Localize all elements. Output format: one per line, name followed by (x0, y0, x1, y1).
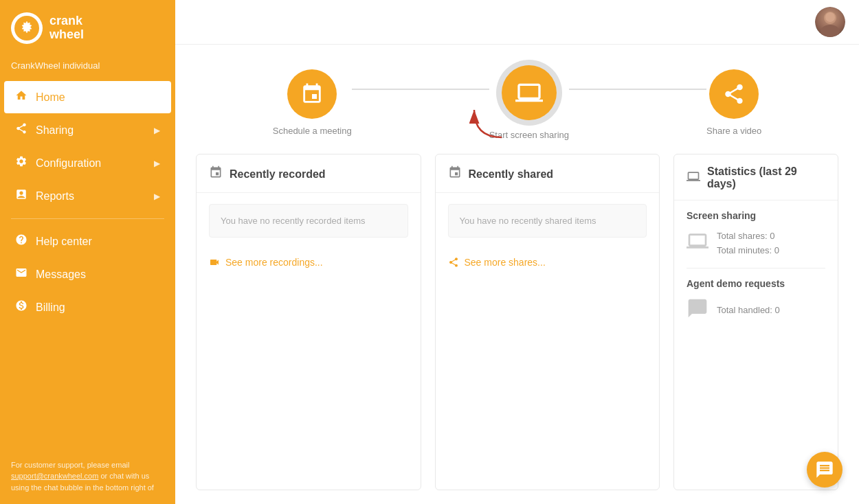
red-arrow (460, 103, 515, 144)
recently-recorded-card: Recently recorded You have no recently r… (196, 154, 421, 490)
svg-point-2 (821, 25, 840, 37)
step-connector-1 (352, 89, 489, 90)
sidebar-item-home[interactable]: Home (4, 81, 171, 113)
logo[interactable] (11, 12, 43, 44)
recently-recorded-header: Recently recorded (197, 154, 421, 193)
monitor-stats-icon (687, 170, 700, 183)
agent-demo-stats-row: Total handled: 0 (687, 297, 825, 324)
calendar-icon (300, 82, 324, 106)
main-content: Schedule a meeting Start screen sharing (175, 0, 859, 504)
monitor-svg (687, 230, 709, 252)
sharing-label: Sharing (36, 124, 146, 137)
recorded-empty-message: You have no recently recorded items (209, 204, 408, 238)
chat-button[interactable] (807, 452, 843, 488)
cards-area: Recently recorded You have no recently r… (175, 154, 859, 504)
messages-icon (15, 266, 27, 282)
agent-demo-section-title: Agent demo requests (687, 278, 825, 289)
recently-recorded-body: You have no recently recorded items (197, 193, 421, 249)
share-small-icon (448, 257, 459, 268)
billing-label: Billing (36, 301, 160, 314)
step-schedule-circle (287, 69, 337, 119)
steps-area: Schedule a meeting Start screen sharing (175, 45, 859, 154)
see-more-shares-link[interactable]: See more shares... (436, 249, 660, 276)
logo-icon (19, 20, 35, 36)
reports-icon (15, 188, 27, 204)
sidebar-item-help[interactable]: Help center (4, 225, 171, 257)
nav-divider (11, 218, 164, 219)
see-more-recordings-text: See more recordings... (225, 257, 323, 268)
topbar (175, 0, 859, 45)
home-label: Home (36, 91, 160, 104)
statistics-header: Statistics (last 29 days) (674, 154, 838, 201)
screen-sharing-values: Total shares: 0 Total minutes: 0 (717, 229, 779, 258)
footer-text: For customer support, please email (11, 461, 129, 469)
main-nav: Home Sharing ▶ Configuration ▶ Reports ▶ (0, 80, 175, 213)
total-shares-text: Total shares: 0 (717, 229, 779, 244)
user-avatar[interactable] (815, 7, 845, 37)
sidebar-item-messages[interactable]: Messages (4, 258, 171, 290)
step-screenshare[interactable]: Start screen sharing (489, 65, 569, 140)
help-label: Help center (36, 236, 160, 248)
sidebar-header: crank wheel (0, 0, 175, 56)
recently-recorded-title: Recently recorded (230, 168, 326, 181)
messages-label: Messages (36, 268, 160, 281)
billing-icon (15, 299, 27, 315)
reports-chevron: ▶ (154, 192, 160, 201)
see-more-shares-text: See more shares... (465, 257, 546, 268)
share-icon (722, 82, 746, 106)
total-handled-text: Total handled: 0 (717, 303, 780, 318)
statistics-card: Statistics (last 29 days) Screen sharing… (673, 154, 838, 490)
screen-sharing-section: Screen sharing Total shares: 0 Total min… (674, 201, 838, 268)
home-icon (15, 89, 27, 105)
sidebar-footer: For customer support, please email suppo… (0, 448, 175, 505)
avatar-image (815, 7, 845, 37)
agent-demo-values: Total handled: 0 (717, 303, 780, 318)
secondary-nav: Help center Messages Billing (0, 225, 175, 324)
recently-shared-card: Recently shared You have no recently sha… (435, 154, 660, 490)
recently-shared-body: You have no recently shared items (436, 193, 660, 249)
sidebar-item-billing[interactable]: Billing (4, 291, 171, 323)
config-icon (15, 155, 27, 171)
monitor-icon (515, 79, 543, 106)
step-share-video-label: Share a video (706, 126, 761, 136)
shared-header-icon (448, 165, 462, 183)
calendar-small-icon (209, 165, 223, 179)
stats-header-icon (687, 170, 700, 186)
screen-sharing-stats-row: Total shares: 0 Total minutes: 0 (687, 229, 825, 258)
step-connector-2 (569, 89, 706, 90)
video-icon (209, 257, 220, 268)
statistics-title: Statistics (last 29 days) (707, 165, 825, 190)
help-icon (15, 233, 27, 249)
sidebar-item-reports[interactable]: Reports ▶ (4, 180, 171, 212)
chat-btn-icon (815, 460, 834, 479)
account-label: CrankWheel individual (0, 56, 175, 80)
reports-label: Reports (36, 190, 146, 203)
monitor-icon-stats (687, 230, 709, 257)
calendar-small-icon2 (448, 165, 462, 179)
avatar-svg (815, 7, 845, 37)
sidebar-item-configuration[interactable]: Configuration ▶ (4, 147, 171, 179)
brand-name: crank wheel (49, 14, 84, 42)
config-label: Configuration (36, 157, 146, 170)
sidebar: crank wheel CrankWheel individual Home S… (0, 0, 175, 504)
chat-icon-stats (687, 297, 709, 324)
config-chevron: ▶ (154, 159, 160, 168)
see-more-recordings-link[interactable]: See more recordings... (197, 249, 421, 276)
footer-email[interactable]: support@crankwheel.com (11, 472, 98, 480)
agent-demo-section: Agent demo requests Total handled: 0 (674, 268, 838, 334)
sharing-chevron: ▶ (154, 126, 160, 135)
step-schedule-label: Schedule a meeting (273, 126, 352, 136)
sidebar-item-sharing[interactable]: Sharing ▶ (4, 114, 171, 146)
shared-empty-message: You have no recently shared items (448, 204, 647, 238)
step-share-video[interactable]: Share a video (706, 69, 761, 136)
step-share-video-circle (709, 69, 759, 119)
total-minutes-text: Total minutes: 0 (717, 244, 779, 258)
recently-shared-title: Recently shared (469, 168, 554, 181)
svg-point-3 (825, 12, 835, 22)
chat-bubble-svg (687, 297, 709, 319)
recently-shared-header: Recently shared (436, 154, 660, 193)
sharing-icon (15, 122, 27, 138)
recorded-header-icon (209, 165, 223, 183)
step-schedule[interactable]: Schedule a meeting (273, 69, 352, 136)
screen-sharing-section-title: Screen sharing (687, 210, 825, 221)
